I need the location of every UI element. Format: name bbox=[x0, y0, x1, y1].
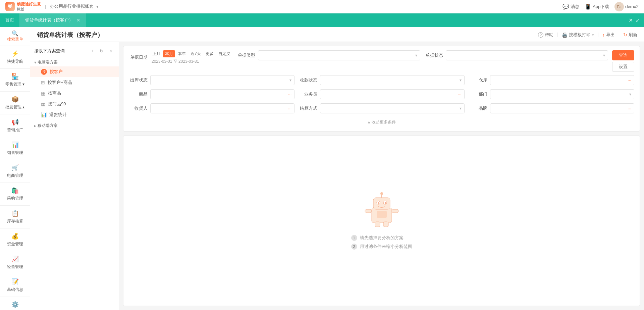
tab-home[interactable]: 首页 bbox=[0, 13, 20, 27]
sidebar-item-system[interactable]: ⚙️ 系统管理 bbox=[0, 297, 30, 310]
divider2 bbox=[598, 33, 598, 37]
export-btn[interactable]: ↑ 导出 bbox=[602, 32, 615, 38]
filter-product-group: 商品 ··· bbox=[129, 89, 294, 99]
logo-area: 畅 畅捷通好生意 标版 bbox=[5, 2, 41, 12]
department-arrow-icon: ▾ bbox=[629, 92, 631, 97]
filter-date-group: 单据日期 上月 本月 本年 近7天 更多 自定义 bbox=[129, 50, 232, 64]
add-scheme-btn[interactable]: ＋ bbox=[89, 47, 96, 55]
print-icon: 🖨️ bbox=[562, 32, 568, 38]
date-tab-this-year[interactable]: 本年 bbox=[176, 50, 188, 57]
product-control[interactable]: ··· bbox=[150, 89, 294, 99]
scheme-return-stats[interactable]: 📊 退货统计 bbox=[30, 109, 119, 120]
sidebar-search[interactable]: 🔍 搜索菜单 bbox=[0, 27, 30, 46]
marketing-icon: 📢 bbox=[1, 118, 29, 126]
filter-docstatus-group: 单据状态 ▾ bbox=[424, 50, 608, 60]
filter-receiptstatus-group: 收款状态 ▾ bbox=[299, 75, 464, 85]
department-control[interactable]: ▾ bbox=[490, 89, 634, 99]
recipient-control[interactable]: ··· bbox=[150, 103, 294, 113]
sidebar-item-purchase[interactable]: 🛍️ 采购管理 bbox=[0, 183, 30, 206]
date-tab-this-month[interactable]: 本月 bbox=[163, 50, 175, 57]
sidebar-item-sales[interactable]: 📊 销售管理 bbox=[0, 137, 30, 160]
phone-icon: 📱 bbox=[585, 3, 591, 10]
recipient-more-icon[interactable]: ··· bbox=[288, 106, 291, 111]
scheme-by-customer-product[interactable]: ⊞ 按客户+商品 bbox=[30, 77, 119, 88]
empty-state: 1 请先选择要分析的方案 2 用过滤条件来缩小分析范围 bbox=[123, 136, 640, 306]
sidebar-item-wholesale[interactable]: 📦 批发管理 ▴ bbox=[0, 92, 30, 114]
sidebar-item-ops[interactable]: 📈 经营管理 bbox=[0, 251, 30, 274]
filter-outstatus-group: 出库状态 ▾ bbox=[129, 75, 294, 85]
active-scheme-badge: 按 bbox=[41, 69, 47, 75]
date-tabs: 上月 本月 本年 近7天 更多 自定义 bbox=[150, 50, 232, 57]
sidebar-item-inventory[interactable]: 📋 库存核算 bbox=[0, 206, 30, 228]
collapse-scheme-btn[interactable]: « bbox=[107, 47, 115, 55]
date-tab-7days[interactable]: 近7天 bbox=[189, 50, 203, 57]
empty-svg bbox=[362, 189, 402, 229]
appdownload-action[interactable]: 📱 App下载 bbox=[585, 3, 609, 10]
outstatus-arrow-icon: ▾ bbox=[289, 78, 291, 83]
doc-status-control[interactable]: ▾ bbox=[446, 50, 608, 60]
scheme-by-product[interactable]: ▦ 按商品 bbox=[30, 88, 119, 99]
sidebar-item-finance[interactable]: 💰 资金管理 bbox=[0, 228, 30, 251]
table-icon2: ▦ bbox=[41, 101, 45, 107]
brand-control[interactable]: ··· bbox=[490, 103, 634, 113]
doc-type-control[interactable]: ▾ bbox=[258, 50, 420, 60]
sidebar-quick-nav[interactable]: ⚡ 快捷导航 bbox=[0, 46, 30, 69]
scheme-by-product99[interactable]: ▦ 按商品99 bbox=[30, 99, 119, 109]
settings-button[interactable]: 设置 bbox=[612, 62, 634, 72]
user-area[interactable]: Ea demo2 bbox=[614, 2, 639, 11]
hint-item-2: 2 用过滤条件来缩小分析范围 bbox=[351, 244, 412, 250]
filter-row3: 商品 ··· 业务员 ··· bbox=[129, 89, 634, 99]
top-bar-left: 畅 畅捷通好生意 标版 | 办公用品行业模拟账套 ▾ bbox=[5, 2, 99, 12]
template-print-btn[interactable]: 🖨️ 按模板打印 ▾ bbox=[562, 32, 594, 38]
sidebar-item-marketing[interactable]: 📢 营销推广 bbox=[0, 114, 30, 137]
hint-item-1: 1 请先选择要分析的方案 bbox=[351, 235, 412, 241]
mobile-group-title[interactable]: ▸ 移动端方案 bbox=[30, 121, 119, 130]
desktop-group-title[interactable]: ▾ 电脑端方案 bbox=[30, 58, 119, 66]
brand-more-icon[interactable]: ··· bbox=[628, 106, 631, 111]
filter-recipient-group: 收货人 ··· bbox=[129, 103, 294, 113]
help-btn[interactable]: ? 帮助 bbox=[538, 32, 553, 38]
sidebar-item-basic[interactable]: 📝 基础信息 bbox=[0, 274, 30, 297]
warehouse-more-icon[interactable]: ··· bbox=[628, 78, 631, 83]
tab-close-btn[interactable]: ✕ bbox=[629, 17, 633, 23]
collapse-up-icon: ∧ bbox=[368, 120, 370, 124]
collapse-bar[interactable]: ∧ 收起更多条件 bbox=[129, 117, 634, 127]
date-tab-more[interactable]: 更多 bbox=[204, 50, 216, 57]
tab-close-icon[interactable]: ✕ bbox=[76, 17, 80, 23]
svg-rect-9 bbox=[392, 209, 398, 213]
help-icon: ? bbox=[538, 32, 543, 38]
group-arrow-icon: ▾ bbox=[34, 60, 36, 65]
username[interactable]: demo2 bbox=[625, 4, 639, 9]
desktop-scheme-group: ▾ 电脑端方案 按 按客户 ⊞ 按客户+商品 bbox=[30, 58, 119, 120]
date-tab-last-month[interactable]: 上月 bbox=[150, 50, 162, 57]
tab-bar: 首页 销货单统计表（按客户） ✕ ✕ ⤢ bbox=[0, 13, 644, 27]
filter-doctype-group: 单据类型 ▾ bbox=[236, 50, 420, 60]
out-status-control[interactable]: ▾ bbox=[150, 75, 294, 85]
scheme-header: 按以下方案查询 ＋ ↻ « bbox=[30, 45, 119, 57]
empty-hints: 1 请先选择要分析的方案 2 用过滤条件来缩小分析范围 bbox=[351, 235, 412, 252]
sales-icon: 📊 bbox=[1, 141, 29, 149]
svg-point-5 bbox=[385, 202, 386, 204]
product-more-icon[interactable]: ··· bbox=[288, 92, 291, 97]
content-area: 销货单统计表（按客户） ? 帮助 🖨️ 按模板打印 ▾ ↑ bbox=[30, 27, 644, 310]
sidebar-item-retail[interactable]: 🏪 零售管理 ▾ bbox=[0, 69, 30, 92]
refresh-btn[interactable]: ↻ 刷新 bbox=[623, 32, 637, 38]
tab-restore-btn[interactable]: ⤢ bbox=[636, 17, 640, 23]
date-tab-custom[interactable]: 自定义 bbox=[216, 50, 232, 57]
salesperson-more-icon[interactable]: ··· bbox=[458, 92, 462, 97]
refresh-scheme-btn[interactable]: ↻ bbox=[98, 47, 105, 55]
purchase-icon: 🛍️ bbox=[1, 187, 29, 194]
scheme-by-customer[interactable]: 按 按客户 bbox=[30, 66, 119, 77]
sidebar-item-ecom[interactable]: 🛒 电商管理 bbox=[0, 160, 30, 183]
salesperson-control[interactable]: ··· bbox=[320, 89, 464, 99]
tab-report[interactable]: 销货单统计表（按客户） ✕ bbox=[20, 13, 86, 27]
payment-control[interactable]: ▾ bbox=[320, 103, 464, 113]
industry-dropdown-icon[interactable]: ▾ bbox=[96, 4, 99, 9]
warehouse-control[interactable]: ··· bbox=[490, 75, 634, 85]
receipt-status-control[interactable]: ▾ bbox=[320, 75, 464, 85]
tab-bar-actions: ✕ ⤢ bbox=[629, 17, 644, 23]
refresh-icon: ↻ bbox=[623, 32, 627, 38]
message-action[interactable]: 💬 消息 bbox=[562, 3, 579, 10]
grid-icon: ⊞ bbox=[41, 80, 45, 85]
query-button[interactable]: 查询 bbox=[612, 50, 634, 60]
